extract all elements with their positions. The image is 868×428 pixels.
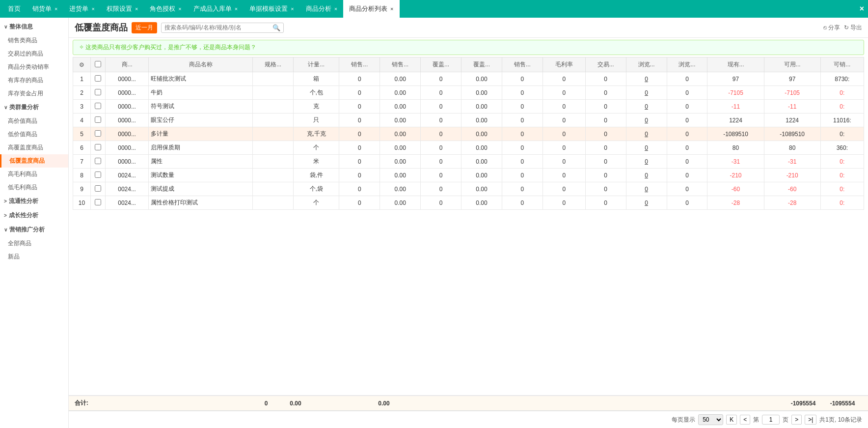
- col-browse1[interactable]: 浏览...: [626, 57, 667, 72]
- col-browse2[interactable]: 浏览...: [667, 57, 707, 72]
- sidebar-section-marketing[interactable]: ∨ 营销推广分析: [0, 223, 68, 237]
- row-browse1[interactable]: 0: [626, 114, 667, 127]
- col-name[interactable]: 商品名称: [149, 57, 253, 72]
- row-checkbox-cell[interactable]: [91, 155, 106, 169]
- table-row: 9 0024... 测试提成 个,袋 0 0.00 0 0.00 0 0 0 0…: [73, 182, 864, 196]
- sidebar-item-all-goods[interactable]: 全部商品: [0, 237, 68, 250]
- row-checkbox-cell[interactable]: [91, 182, 106, 196]
- row-browse1[interactable]: 0: [626, 86, 667, 100]
- close-all-button[interactable]: ×: [860, 4, 864, 13]
- row-browse1[interactable]: 0: [626, 127, 667, 141]
- row-browse1[interactable]: 0: [626, 100, 667, 114]
- nav-tab-analysis-list[interactable]: 商品分析列表 ×: [343, 0, 399, 18]
- export-button[interactable]: ↻ 导出: [844, 24, 862, 32]
- col-cov2[interactable]: 覆盖...: [461, 57, 502, 72]
- row-browse1[interactable]: 0: [626, 141, 667, 155]
- nav-tab-permissions[interactable]: 权限设置 ×: [101, 0, 144, 18]
- sidebar-item-high-coverage[interactable]: 高覆盖度商品: [0, 141, 68, 154]
- close-icon[interactable]: ×: [291, 6, 294, 12]
- close-icon[interactable]: ×: [91, 6, 94, 12]
- prev-page-button[interactable]: <: [740, 415, 750, 425]
- sidebar-item-sales-goods[interactable]: 销售类商品: [0, 34, 68, 47]
- row-checkbox-cell[interactable]: [91, 72, 106, 86]
- row-checkbox[interactable]: [95, 158, 101, 164]
- nav-tab-analysis[interactable]: 商品分析 ×: [300, 0, 343, 18]
- row-browse1[interactable]: 0: [626, 169, 667, 182]
- sidebar-section-cluster[interactable]: ∨ 类群量分析: [0, 100, 68, 114]
- col-cov1[interactable]: 覆盖...: [421, 57, 461, 72]
- close-icon[interactable]: ×: [54, 6, 57, 12]
- row-checkbox[interactable]: [95, 103, 101, 109]
- nav-tab-home[interactable]: 首页: [2, 0, 27, 18]
- row-checkbox[interactable]: [95, 89, 101, 95]
- col-checkbox[interactable]: [91, 57, 106, 72]
- next-page-button[interactable]: >: [791, 415, 802, 425]
- sidebar-item-low-coverage[interactable]: 低覆盖度商品: [0, 154, 68, 168]
- row-trade: 0: [585, 155, 626, 169]
- nav-tab-template[interactable]: 单据模板设置 ×: [244, 0, 299, 18]
- sidebar-item-low-margin[interactable]: 低毛利商品: [0, 181, 68, 194]
- sidebar-item-stocked-goods[interactable]: 有库存的商品: [0, 74, 68, 87]
- sidebar-section-growth[interactable]: > 成长性分析: [0, 208, 68, 223]
- row-checkbox[interactable]: [95, 171, 101, 178]
- row-sales-amt: 0.00: [380, 86, 421, 100]
- close-icon[interactable]: ×: [135, 6, 138, 12]
- sidebar-item-stock-fund[interactable]: 库存资金占用: [0, 87, 68, 100]
- first-page-button[interactable]: K: [726, 415, 737, 425]
- nav-tab-purchase[interactable]: 进货单 ×: [63, 0, 100, 18]
- close-icon[interactable]: ×: [334, 6, 337, 12]
- col-sales-qty[interactable]: 销售...: [339, 57, 380, 72]
- sidebar-section-overall[interactable]: ∨ 整体信息: [0, 20, 68, 34]
- page-number-input[interactable]: [762, 415, 780, 425]
- close-icon[interactable]: ×: [178, 6, 181, 12]
- sidebar-item-high-margin[interactable]: 高毛利商品: [0, 168, 68, 181]
- close-icon[interactable]: ×: [235, 6, 238, 12]
- sidebar-item-category-sales[interactable]: 商品分类动销率: [0, 60, 68, 74]
- sidebar-item-new-goods[interactable]: 新品: [0, 250, 68, 263]
- sidebar-item-traded-goods[interactable]: 交易过的商品: [0, 47, 68, 60]
- row-checkbox-cell[interactable]: [91, 169, 106, 182]
- date-filter-button[interactable]: 近一月: [132, 22, 157, 33]
- row-checkbox-cell[interactable]: [91, 196, 106, 210]
- row-checkbox[interactable]: [95, 185, 101, 192]
- row-browse1[interactable]: 0: [626, 72, 667, 86]
- page-size-select[interactable]: 50 10 20 100: [698, 414, 723, 425]
- col-sales2[interactable]: 销售...: [502, 57, 543, 72]
- nav-tab-product-in[interactable]: 产成品入库单 ×: [188, 0, 244, 18]
- settings-icon[interactable]: ⚙: [79, 61, 84, 68]
- search-icon[interactable]: 🔍: [272, 24, 280, 31]
- row-checkbox-cell[interactable]: [91, 100, 106, 114]
- col-unit[interactable]: 计量...: [294, 57, 339, 72]
- sidebar-item-low-value[interactable]: 低价值商品: [0, 128, 68, 141]
- row-checkbox[interactable]: [95, 116, 101, 123]
- close-icon[interactable]: ×: [390, 6, 393, 12]
- select-all-checkbox[interactable]: [95, 61, 101, 67]
- row-checkbox-cell[interactable]: [91, 127, 106, 141]
- col-spec[interactable]: 规格...: [253, 57, 294, 72]
- row-checkbox[interactable]: [95, 130, 101, 137]
- row-unit: 个: [294, 141, 339, 155]
- row-checkbox[interactable]: [95, 75, 101, 82]
- col-code[interactable]: 商...: [106, 57, 149, 72]
- last-page-button[interactable]: >|: [805, 415, 816, 425]
- row-checkbox-cell[interactable]: [91, 141, 106, 155]
- row-checkbox-cell[interactable]: [91, 86, 106, 100]
- share-button[interactable]: ⎋ 分享: [823, 24, 840, 32]
- row-checkbox[interactable]: [95, 199, 101, 205]
- col-trade[interactable]: 交易...: [585, 57, 626, 72]
- sidebar-section-flow[interactable]: > 流通性分析: [0, 194, 68, 208]
- row-checkbox[interactable]: [95, 144, 101, 150]
- nav-tab-sales[interactable]: 销货单 ×: [27, 0, 63, 18]
- sidebar-item-high-value[interactable]: 高价值商品: [0, 114, 68, 128]
- row-browse1[interactable]: 0: [626, 182, 667, 196]
- nav-tab-role[interactable]: 角色授权 ×: [144, 0, 187, 18]
- col-sales-amt[interactable]: 销售...: [380, 57, 421, 72]
- row-checkbox-cell[interactable]: [91, 114, 106, 127]
- col-gross[interactable]: 毛利率: [542, 57, 585, 72]
- search-input[interactable]: [164, 24, 272, 31]
- col-sellable[interactable]: 可销...: [820, 57, 864, 72]
- row-browse1[interactable]: 0: [626, 196, 667, 210]
- col-available[interactable]: 可用...: [764, 57, 820, 72]
- col-current[interactable]: 现有...: [707, 57, 764, 72]
- row-browse1[interactable]: 0: [626, 155, 667, 169]
